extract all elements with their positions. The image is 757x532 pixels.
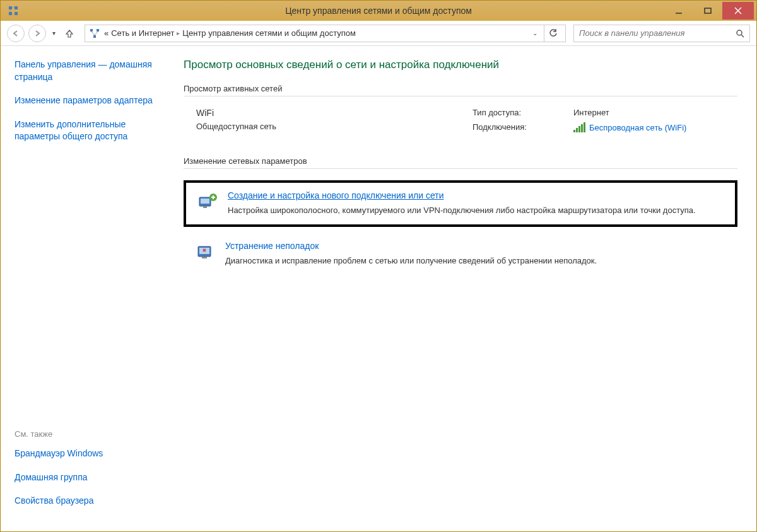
access-type-label: Тип доступа: (472, 108, 573, 117)
titlebar: Центр управления сетями и общим доступом (1, 1, 756, 21)
address-dropdown-icon[interactable]: ⌄ (532, 30, 537, 37)
network-name: WiFi (196, 108, 472, 118)
new-connection-link[interactable]: Создание и настройка нового подключения … (228, 190, 443, 200)
svg-rect-7 (705, 8, 711, 13)
svg-line-16 (741, 35, 744, 37)
svg-rect-0 (9, 6, 12, 9)
forward-button[interactable] (28, 25, 46, 42)
new-connection-desc: Настройка широкополосного, коммутируемог… (228, 204, 725, 217)
connections-row: Подключения: Беспроводная сеть (WiFi) (472, 122, 725, 132)
svg-rect-12 (93, 35, 96, 38)
window: Центр управления сетями и общим доступом… (0, 0, 757, 532)
address-bar[interactable]: « Сеть и Интернет ▸ Центр управления сет… (85, 25, 566, 42)
main-panel: Просмотр основных сведений о сети и наст… (177, 46, 756, 531)
svg-rect-25 (202, 257, 207, 258)
svg-rect-10 (90, 29, 93, 32)
settings-text: Создание и настройка нового подключения … (228, 190, 725, 217)
content-area: Панель управления — домашняя страница Из… (1, 46, 756, 531)
settings-text: Устранение неполадок Диагностика и испра… (225, 241, 727, 267)
network-info: WiFi Общедоступная сеть Тип доступа: Инт… (184, 108, 737, 156)
search-box[interactable] (573, 25, 750, 42)
svg-line-14 (95, 32, 98, 35)
wifi-signal-icon (573, 122, 585, 132)
maximize-button[interactable] (693, 2, 722, 20)
troubleshoot-icon (194, 241, 216, 263)
access-type-value: Интернет (573, 108, 609, 117)
new-connection-icon (196, 190, 219, 213)
settings-item-troubleshoot[interactable]: Устранение неполадок Диагностика и испра… (184, 233, 737, 275)
toolbar: ▾ « Сеть и Интернет ▸ Центр управления с… (1, 21, 756, 46)
chevron-right-icon: ▸ (177, 30, 180, 37)
breadcrumb-prefix: « (104, 28, 109, 38)
window-controls (664, 2, 754, 20)
settings-item-new-connection[interactable]: Создание и настройка нового подключения … (184, 180, 737, 227)
svg-rect-1 (15, 6, 18, 9)
close-button[interactable] (722, 2, 754, 20)
minimize-button[interactable] (664, 2, 693, 20)
svg-rect-18 (201, 199, 209, 204)
search-input[interactable] (579, 28, 736, 38)
active-networks-header: Просмотр активных сетей (184, 84, 737, 96)
see-also-browser[interactable]: Свойства браузера (15, 495, 163, 507)
sidebar: Панель управления — домашняя страница Из… (1, 46, 177, 531)
troubleshoot-desc: Диагностика и исправление проблем с сеть… (225, 255, 727, 267)
network-properties: Тип доступа: Интернет Подключения: (472, 108, 725, 137)
access-type-row: Тип доступа: Интернет (472, 108, 725, 117)
breadcrumb-level2[interactable]: Центр управления сетями и общим доступом (182, 28, 356, 38)
change-settings-header: Изменение сетевых параметров (184, 156, 737, 169)
breadcrumb-level1[interactable]: Сеть и Интернет (111, 28, 174, 38)
back-button[interactable] (7, 25, 25, 42)
svg-rect-3 (15, 12, 18, 15)
svg-rect-2 (9, 12, 12, 15)
svg-point-15 (737, 30, 742, 35)
see-also-homegroup[interactable]: Домашняя группа (15, 471, 163, 484)
connection-link-text: Беспроводная сеть (WiFi) (589, 123, 686, 132)
up-button[interactable] (62, 26, 77, 41)
network-type: Общедоступная сеть (196, 122, 472, 131)
svg-line-13 (91, 32, 95, 35)
search-icon[interactable] (736, 29, 744, 38)
network-icon (89, 28, 100, 39)
history-dropdown-icon[interactable]: ▾ (52, 30, 56, 37)
window-title: Центр управления сетями и общим доступом (285, 6, 472, 16)
breadcrumb: « Сеть и Интернет ▸ Центр управления сет… (104, 28, 529, 38)
see-also-firewall[interactable]: Брандмауэр Windows (15, 448, 163, 460)
sidebar-link-adapter[interactable]: Изменение параметров адаптера (15, 95, 163, 107)
page-title: Просмотр основных сведений о сети и наст… (184, 59, 737, 71)
svg-rect-11 (97, 29, 99, 32)
app-icon (7, 4, 20, 17)
sidebar-spacer (15, 154, 163, 429)
svg-rect-19 (203, 206, 207, 208)
troubleshoot-link[interactable]: Устранение неполадок (225, 241, 319, 251)
refresh-button[interactable] (544, 25, 561, 42)
connections-label: Подключения: (472, 122, 573, 132)
see-also-heading: См. также (15, 429, 163, 439)
sidebar-link-home[interactable]: Панель управления — домашняя страница (15, 59, 163, 83)
network-identity: WiFi Общедоступная сеть (196, 108, 472, 137)
sidebar-link-sharing[interactable]: Изменить дополнительные параметры общего… (15, 119, 163, 143)
connection-link[interactable]: Беспроводная сеть (WiFi) (573, 122, 686, 132)
